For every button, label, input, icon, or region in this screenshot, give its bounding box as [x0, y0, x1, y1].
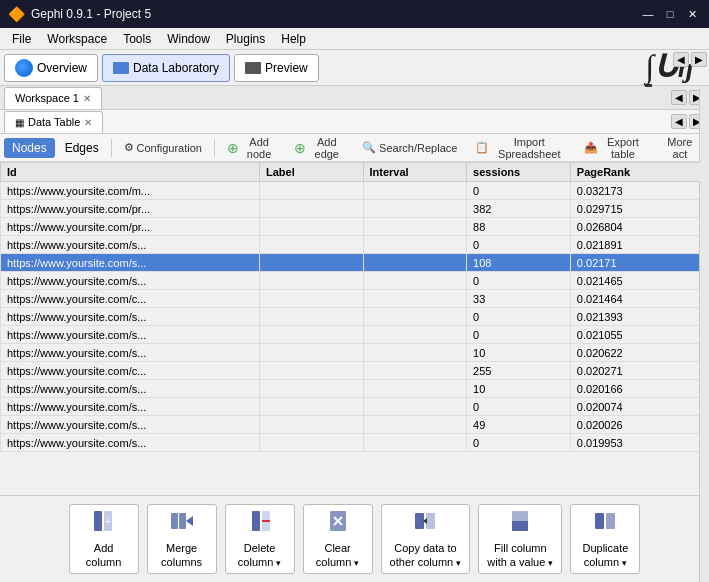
- menu-help[interactable]: Help: [273, 30, 314, 48]
- import-spreadsheet-button[interactable]: 📋 Import Spreadsheet: [467, 134, 574, 162]
- cell-id: https://www.yoursite.com/c...: [1, 290, 260, 308]
- cell-id: https://www.yoursite.com/s...: [1, 344, 260, 362]
- add-node-button[interactable]: ⊕ Add node: [219, 134, 285, 162]
- bottom-toolbar: + Addcolumn Mergecolumns Deletecolumn ▾: [0, 495, 709, 582]
- delete-column-label: Deletecolumn ▾: [238, 542, 282, 568]
- datatable-tab-close[interactable]: ✕: [84, 117, 92, 128]
- nav-left[interactable]: ◀: [673, 52, 689, 67]
- col-header-id: Id: [1, 163, 260, 182]
- table-row[interactable]: https://www.yoursite.com/s...00.021055: [1, 326, 709, 344]
- table-row[interactable]: https://www.yoursite.com/c...2550.020271: [1, 362, 709, 380]
- cell-sessions: 0: [467, 308, 571, 326]
- title-bar: 🔶 Gephi 0.9.1 - Project 5 — □ ✕: [0, 0, 709, 28]
- cell-pagerank: 0.026804: [570, 218, 708, 236]
- cell-interval: [363, 200, 467, 218]
- preview-button[interactable]: Preview: [234, 54, 319, 82]
- export-table-button[interactable]: 📤 Export table: [576, 134, 653, 162]
- table-row[interactable]: https://www.yoursite.com/pr...3820.02971…: [1, 200, 709, 218]
- separator-2: [214, 139, 215, 157]
- menu-window[interactable]: Window: [159, 30, 218, 48]
- copy-data-button[interactable]: Copy data toother column ▾: [381, 504, 471, 574]
- overview-button[interactable]: Overview: [4, 54, 98, 82]
- fill-column-label: Fill columnwith a value ▾: [487, 542, 553, 568]
- dt-nav-left[interactable]: ◀: [671, 114, 687, 129]
- cell-label: [259, 290, 363, 308]
- minimize-button[interactable]: —: [639, 5, 657, 23]
- add-edge-button[interactable]: ⊕ Add edge: [286, 134, 352, 162]
- workspace-tab-close[interactable]: ✕: [83, 93, 91, 104]
- data-table: Id Label Interval sessions PageRank http…: [0, 162, 709, 452]
- table-row[interactable]: https://www.yoursite.com/s...00.020074: [1, 398, 709, 416]
- cell-pagerank: 0.021891: [570, 236, 708, 254]
- duplicate-column-icon: [593, 509, 617, 538]
- nodes-tab[interactable]: Nodes: [4, 138, 55, 158]
- menu-workspace[interactable]: Workspace: [39, 30, 115, 48]
- delete-column-button[interactable]: Deletecolumn ▾: [225, 504, 295, 574]
- datatable-icon: ▦: [15, 117, 24, 128]
- search-replace-button[interactable]: 🔍 Search/Replace: [354, 139, 465, 156]
- app-icon: 🔶: [8, 6, 25, 22]
- add-column-label: Addcolumn: [86, 542, 121, 568]
- cell-sessions: 33: [467, 290, 571, 308]
- col-header-interval: Interval: [363, 163, 467, 182]
- table-row[interactable]: https://www.yoursite.com/s...100.020622: [1, 344, 709, 362]
- fill-column-button[interactable]: Fill columnwith a value ▾: [478, 504, 562, 574]
- table-row[interactable]: https://www.yoursite.com/s...1080.02171: [1, 254, 709, 272]
- cell-label: [259, 182, 363, 200]
- clear-column-button[interactable]: Clearcolumn ▾: [303, 504, 373, 574]
- duplicate-column-button[interactable]: Duplicatecolumn ▾: [570, 504, 640, 574]
- table-row[interactable]: https://www.yoursite.com/s...490.020026: [1, 416, 709, 434]
- cell-pagerank: 0.020622: [570, 344, 708, 362]
- table-row[interactable]: https://www.yoursite.com/s...00.019953: [1, 434, 709, 452]
- cell-id: https://www.yoursite.com/s...: [1, 434, 260, 452]
- cell-id: https://www.yoursite.com/s...: [1, 326, 260, 344]
- svg-rect-4: [179, 513, 186, 529]
- cell-id: https://www.yoursite.com/pr...: [1, 218, 260, 236]
- col-header-label: Label: [259, 163, 363, 182]
- cell-pagerank: 0.020166: [570, 380, 708, 398]
- cell-interval: [363, 272, 467, 290]
- cell-interval: [363, 308, 467, 326]
- ws-nav-left[interactable]: ◀: [671, 90, 687, 105]
- configuration-button[interactable]: ⚙ Configuration: [116, 139, 210, 156]
- nav-right[interactable]: ▶: [691, 52, 707, 67]
- nav-arrows: ◀ ▶: [673, 52, 707, 67]
- more-actions-button[interactable]: More act: [655, 134, 705, 162]
- table-scroll[interactable]: Id Label Interval sessions PageRank http…: [0, 162, 709, 495]
- add-column-button[interactable]: + Addcolumn: [69, 504, 139, 574]
- table-row[interactable]: https://www.yoursite.com/s...100.020166: [1, 380, 709, 398]
- clear-column-label: Clearcolumn ▾: [316, 542, 360, 568]
- copy-data-label: Copy data toother column ▾: [390, 542, 462, 568]
- cell-pagerank: 0.020074: [570, 398, 708, 416]
- close-button[interactable]: ✕: [683, 5, 701, 23]
- svg-rect-17: [595, 513, 604, 529]
- table-row[interactable]: https://www.yoursite.com/c...330.021464: [1, 290, 709, 308]
- cell-pagerank: 0.029715: [570, 200, 708, 218]
- table-row[interactable]: https://www.yoursite.com/s...00.021393: [1, 308, 709, 326]
- data-table-tab[interactable]: ▦ Data Table ✕: [4, 111, 103, 133]
- cell-pagerank: 0.021465: [570, 272, 708, 290]
- cell-label: [259, 236, 363, 254]
- screen-icon: [245, 62, 261, 74]
- menu-tools[interactable]: Tools: [115, 30, 159, 48]
- cell-sessions: 0: [467, 398, 571, 416]
- menu-plugins[interactable]: Plugins: [218, 30, 273, 48]
- merge-columns-label: Mergecolumns: [161, 542, 202, 568]
- merge-columns-button[interactable]: Mergecolumns: [147, 504, 217, 574]
- maximize-button[interactable]: □: [661, 5, 679, 23]
- cell-sessions: 108: [467, 254, 571, 272]
- table-row[interactable]: https://www.yoursite.com/pr...880.026804: [1, 218, 709, 236]
- cell-id: https://www.yoursite.com/c...: [1, 362, 260, 380]
- workspace-tab[interactable]: Workspace 1 ✕: [4, 87, 102, 109]
- cell-id: https://www.yoursite.com/s...: [1, 380, 260, 398]
- table-row[interactable]: https://www.yoursite.com/s...00.021891: [1, 236, 709, 254]
- menu-file[interactable]: File: [4, 30, 39, 48]
- table-row[interactable]: https://www.yoursite.com/s...00.021465: [1, 272, 709, 290]
- table-row[interactable]: https://www.yoursite.com/m...00.032173: [1, 182, 709, 200]
- cell-label: [259, 398, 363, 416]
- svg-rect-0: [94, 511, 102, 531]
- data-laboratory-button[interactable]: Data Laboratory: [102, 54, 230, 82]
- svg-text:+: +: [105, 516, 111, 527]
- cell-interval: [363, 398, 467, 416]
- edges-tab[interactable]: Edges: [57, 138, 107, 158]
